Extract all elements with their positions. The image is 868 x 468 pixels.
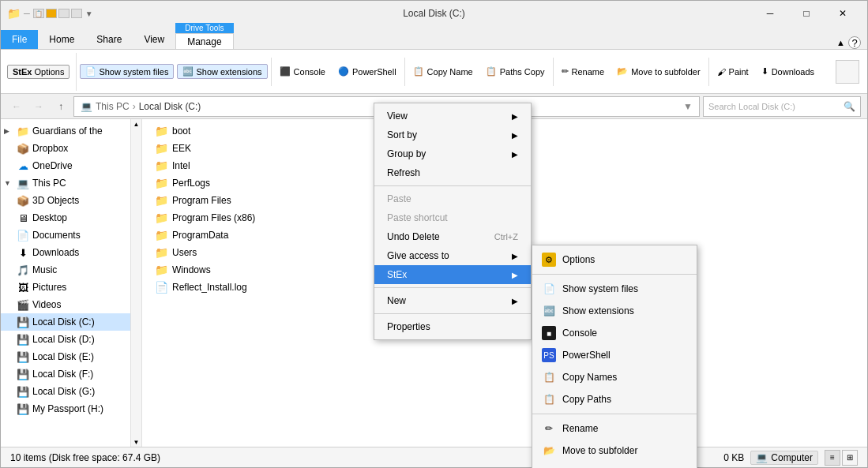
sidebar-item-local-f[interactable]: 💾 Local Disk (F:) [1,365,130,383]
search-icon[interactable]: 🔍 [844,101,855,112]
sidebar-item-dropbox[interactable]: 📦 Dropbox [1,140,130,157]
help-icon[interactable]: ? [848,36,861,49]
rename-icon: ✏ [562,66,569,77]
context-menu-sort-by[interactable]: Sort by ▶ [374,125,531,144]
copy-name-button[interactable]: 📋 Copy Name [408,65,478,78]
submenu-show-system[interactable]: 📄 Show system files [532,278,697,300]
sidebar-item-this-pc[interactable]: ▼ 💻 This PC [1,174,130,192]
submenu-rename[interactable]: ✏ Rename [532,417,697,440]
context-menu-stex[interactable]: StEx ▶ [374,265,531,284]
submenu-move-subfolder[interactable]: 📂 Move to subfolder [532,440,697,447]
show-ext-icon: 🔤 [542,304,556,318]
scroll-up-button[interactable]: ▲ [132,119,141,129]
file-name-users: Users [172,247,197,258]
toolbar-extra-button[interactable] [836,60,859,84]
forward-button[interactable]: → [29,97,48,116]
group-by-label: Group by [387,148,426,159]
show-system-files-button[interactable]: 📄 Show system files [80,64,174,79]
submenu-copy-names-label: Copy Names [562,372,617,383]
close-button[interactable]: ✕ [825,1,861,26]
scroll-down-button[interactable]: ▼ [132,437,141,447]
context-menu-give-access[interactable]: Give access to ▶ [374,246,531,265]
context-menu-properties[interactable]: Properties [374,317,531,336]
sidebar-item-local-d[interactable]: 💾 Local Disk (D:) [1,331,130,348]
context-menu-paste-shortcut[interactable]: Paste shortcut [374,208,531,227]
stex-options-button[interactable]: StEx Options [7,65,70,79]
sidebar-item-desktop[interactable]: 🖥 Desktop [1,209,130,227]
submenu-powershell[interactable]: PS PowerShell [532,344,697,366]
sidebar-item-onedrive[interactable]: ☁ OneDrive [1,157,130,174]
context-menu-new[interactable]: New ▶ [374,291,531,310]
context-menu-refresh[interactable]: Refresh [374,163,531,182]
move-to-subfolder-button[interactable]: 📂 Move to subfolder [612,65,705,78]
tab-file[interactable]: File [1,30,38,49]
sidebar-item-documents[interactable]: 📄 Documents [1,227,130,244]
tab-manage[interactable]: Manage [175,33,233,49]
submenu-console[interactable]: ■ Console [532,322,697,344]
sidebar-label-local-d: Local Disk (D:) [32,334,95,345]
new-arrow: ▶ [512,297,518,305]
address-part-1: This PC [96,101,130,112]
console-button[interactable]: ⬛ Console [275,65,330,78]
file-name-reflect-log: Reflect_Install.log [172,282,247,293]
submenu-show-extensions[interactable]: 🔤 Show extensions [532,300,697,322]
context-menu-view[interactable]: View ▶ [374,119,531,125]
up-button[interactable]: ↑ [51,97,70,116]
submenu-ps-icon: PS [542,348,556,362]
tab-view[interactable]: View [133,30,175,49]
sidebar-item-pictures[interactable]: 🖼 Pictures [1,279,130,296]
submenu-show-system-label: Show system files [562,283,638,294]
tab-home[interactable]: Home [38,30,85,49]
copy-paths-button[interactable]: 📋 Paths Copy [481,65,550,78]
maximize-button[interactable]: □ [788,1,825,26]
submenu-sep-2 [532,414,697,414]
grid-view-button[interactable]: ⊞ [842,450,858,466]
submenu-show-ext-label: Show extensions [562,305,634,316]
sidebar-item-downloads[interactable]: ⬇ Downloads [1,244,130,261]
submenu-copy-names[interactable]: 📋 Copy Names [532,366,697,388]
sidebar-label-downloads: Downloads [32,247,79,258]
context-menu-sep-1 [374,185,531,186]
new-label: New [387,295,406,306]
show-extensions-button[interactable]: 🔤 Show extensions [177,64,267,79]
rename-button[interactable]: ✏ Rename [557,65,610,78]
minimize-button[interactable]: ─ [752,1,788,26]
window-controls[interactable]: ─ □ ✕ [752,1,861,26]
context-menu-undo-delete[interactable]: Undo Delete Ctrl+Z [374,227,531,246]
sidebar-item-my-passport[interactable]: 💾 My Passport (H:) [1,400,130,417]
sidebar-item-local-e[interactable]: 💾 Local Disk (E:) [1,348,130,365]
sidebar-item-local-g[interactable]: 💾 Local Disk (G:) [1,383,130,400]
address-dropdown-icon[interactable]: ▼ [683,101,693,112]
local-d-icon: 💾 [17,333,29,346]
sidebar-item-videos[interactable]: 🎬 Videos [1,296,130,313]
show-system-icon: 📄 [542,282,556,296]
sidebar-item-guardians[interactable]: ▶ 📁 Guardians of the [1,122,130,140]
properties-label: Properties [387,321,430,332]
tab-share[interactable]: Share [85,30,133,49]
paint-button[interactable]: 🖌 Paint [712,66,753,78]
ext-icon: 🔤 [182,66,194,77]
folder-icon-eek: 📁 [155,142,167,155]
sidebar-item-3d-objects[interactable]: 📦 3D Objects [1,192,130,209]
sidebar-item-local-c[interactable]: 💾 Local Disk (C:) [1,313,130,331]
search-box[interactable]: Search Local Disk (C:) 🔍 [703,96,861,117]
downloads-button[interactable]: ⬇ Downloads [757,65,819,78]
options-icon: ⚙ [542,253,556,267]
context-menu-group-by[interactable]: Group by ▶ [374,144,531,163]
submenu-copy-paths[interactable]: 📋 Copy Paths [532,388,697,410]
file-name-intel: Intel [172,160,190,171]
app-icon: 📁 ─ 📋 ▼ [7,7,93,20]
back-button[interactable]: ← [7,97,26,116]
powershell-label: PowerShell [352,67,396,77]
powershell-button[interactable]: 🔵 PowerShell [333,65,401,78]
submenu-options[interactable]: ⚙ Options [532,249,697,271]
sidebar-scrollbar[interactable]: ▲ ▼ [131,119,142,447]
submenu-rename-icon: ✏ [542,421,556,436]
context-menu-paste[interactable]: Paste [374,189,531,208]
doc-icon: 📄 [85,66,96,77]
ribbon-collapse-icon[interactable]: ▲ [836,38,845,47]
drive-tools-header: Drive Tools [175,23,233,33]
list-view-button[interactable]: ≡ [825,450,840,466]
submenu-move-icon: 📂 [542,444,556,447]
sidebar-item-music[interactable]: 🎵 Music [1,261,130,279]
